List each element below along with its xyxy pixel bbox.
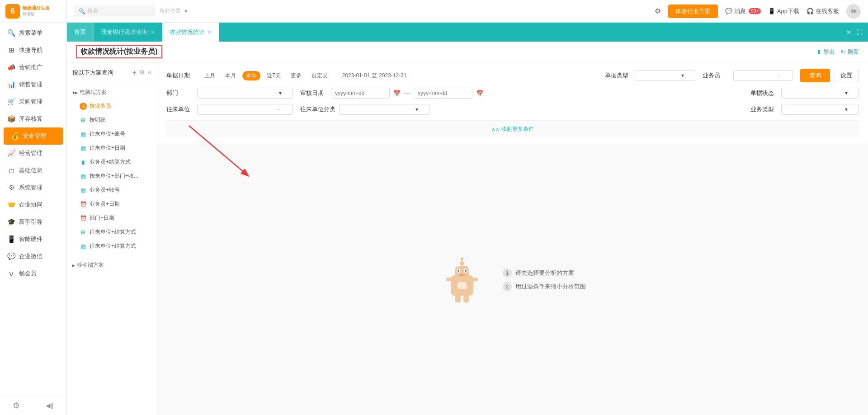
biz-type-filter: 业务类型 ▾ [750, 104, 859, 115]
collapse-sidebar-btn[interactable]: ◀‖ [46, 402, 54, 409]
audit-to-input[interactable] [414, 88, 472, 99]
sidebar-item-enterprise[interactable]: 🤝 企业协同 [0, 196, 66, 213]
add-plan-btn[interactable]: + [132, 69, 137, 77]
date-label: 单据日期 [166, 71, 193, 80]
svg-point-14 [460, 261, 464, 266]
date-shortcut-group: 上月 本月 本年 近7天 更多 自定义 [201, 71, 331, 80]
page-header: 收款情况统计(按业务员) ⬆ 导出 ↻ 刷新 [67, 42, 868, 62]
refresh-btn[interactable]: ↻ 刷新 [840, 48, 859, 56]
handshake-icon: 🤝 [7, 201, 15, 209]
tab-bank[interactable]: 现金银行流水查询 ✕ [94, 23, 162, 42]
sidebar-item-guide[interactable]: 🎓 新手引导 [0, 213, 66, 231]
topbar-search[interactable]: 🔍 搜索 [74, 5, 156, 17]
circle-icon: ⊙ [80, 103, 87, 110]
export-btn[interactable]: ⬆ 导出 [816, 48, 835, 56]
partner-filter: 往来单位 ··· [166, 104, 293, 115]
sidebar-item-operations[interactable]: 📈 经营管理 [0, 145, 66, 162]
shortcut-custom[interactable]: 自定义 [308, 71, 331, 80]
partner-category-select[interactable]: ▾ [339, 104, 429, 115]
table-icon-1: ▦ [80, 131, 87, 138]
plan-item-partner-payment2[interactable]: ▦ 往来单位+结算方式 [67, 239, 157, 253]
tab-close-collection[interactable]: ✕ [208, 29, 212, 35]
plan-item-salesperson-account[interactable]: ▦ 业务员+账号 [67, 183, 157, 197]
sidebar-item-wechat[interactable]: 💬 企业微信 [0, 248, 66, 265]
plan-item-detail[interactable]: ⊞ 按明细 [67, 113, 157, 127]
desktop-section-title[interactable]: ▾ 电脑端方案 [67, 86, 157, 99]
tab-home[interactable]: 首页 [67, 23, 94, 42]
empty-tips: 1 请先选择要分析的方案 2 用过滤条件来缩小分析范围 [503, 269, 586, 291]
tip-1: 1 请先选择要分析的方案 [503, 269, 586, 278]
tab-close-bank[interactable]: ✕ [151, 29, 155, 35]
system-icon: ⚙ [7, 184, 15, 192]
trial-btn[interactable]: 体验行业方案 [668, 5, 718, 18]
shortcut-this-year[interactable]: 本年 [242, 71, 260, 80]
chevron-down-dept: ▾ [279, 90, 282, 96]
wechat-icon: 💬 [7, 252, 15, 260]
plan-item-partner-dept[interactable]: ▦ 按来单位+部门+收... [67, 169, 157, 183]
plan-item-salesperson-payment[interactable]: ▮ 业务员+结算方式 [67, 155, 157, 169]
audit-from-input[interactable] [331, 88, 390, 99]
sidebar-item-quicknav[interactable]: ⊞ 快捷导航 [0, 42, 66, 59]
plan-item-dept-date[interactable]: ⏰ 部门+日期 [67, 211, 157, 225]
sidebar-item-hardware[interactable]: 📱 智能硬件 [0, 231, 66, 248]
tabbar-right: ✕ ⛶ [846, 29, 868, 36]
user-avatar[interactable]: Rit [846, 4, 861, 19]
salesperson-select[interactable]: ··· [733, 70, 793, 81]
collapse-panel-btn[interactable]: « [148, 69, 151, 77]
cart-icon: 🛒 [7, 98, 15, 106]
mobile-section-title[interactable]: ▸ 移动端方案 [67, 259, 157, 272]
section-arrow-icon: ▾ [72, 90, 78, 96]
doc-status-select[interactable]: ▾ [781, 88, 859, 99]
export-icon: ⬆ [816, 48, 821, 55]
plan-item-partner-date[interactable]: ▦ 往来单位+日期 [67, 141, 157, 155]
breadcrumb-area: 当前位置 [159, 7, 181, 15]
query-btn[interactable]: 查询 [800, 69, 830, 82]
shortcut-last7[interactable]: 近7天 [263, 71, 284, 80]
sidebar-item-member[interactable]: V 畅会员 [0, 265, 66, 282]
filter-actions: 查询 设置 [800, 69, 859, 82]
sidebar-item-inventory[interactable]: 📦 库存核算 [0, 110, 66, 127]
message-btn[interactable]: 💬 消息 99+ [725, 7, 761, 15]
topbar-actions: ⚙ 体验行业方案 💬 消息 99+ 📱 App下载 🎧 在线客服 Rit [655, 4, 861, 19]
collapse-bar[interactable]: ∧∧ 收起更多条件 [166, 120, 859, 137]
sidebar-item-system[interactable]: ⚙ 系统管理 [0, 179, 66, 196]
shortcut-prev-month[interactable]: 上月 [201, 71, 219, 80]
biz-type-label: 业务类型 [750, 105, 778, 113]
plan-settings-btn[interactable]: ⚙ [139, 69, 145, 77]
svg-rect-8 [459, 274, 465, 276]
finance-icon: 💰 [11, 132, 19, 140]
settings-btn[interactable]: 设置 [834, 69, 859, 82]
doc-status-label: 单据状态 [750, 89, 778, 97]
search-icon: 🔍 [7, 29, 15, 37]
close-window-icon[interactable]: ✕ [846, 29, 851, 36]
biz-type-select[interactable]: ▾ [781, 104, 859, 115]
sidebar-item-finance[interactable]: 💰 资金管理 [4, 127, 63, 145]
online-service-btn[interactable]: 🎧 在线客服 [807, 7, 839, 15]
settings-bottom-icon[interactable]: ⚙ [13, 401, 20, 410]
plan-item-salesperson[interactable]: ⊙ 按业务员 [67, 99, 157, 113]
partner-select[interactable]: ··· [197, 104, 293, 115]
logo-area: 6 畅捷通好生意 标准版 [0, 0, 66, 23]
topbar-gear-icon[interactable]: ⚙ [655, 7, 661, 15]
plan-item-partner-payment1[interactable]: ⊞ 往来单位+结算方式 [67, 225, 157, 239]
doc-type-select[interactable]: ▾ [636, 70, 695, 81]
expand-icon[interactable]: ⛶ [857, 29, 863, 36]
salesperson-filter: 业务员 ··· [703, 70, 793, 81]
sidebar-item-marketing[interactable]: 📣 营销推广 [0, 59, 66, 76]
plan-item-salesperson-date[interactable]: ⏰ 业务员+日期 [67, 197, 157, 211]
shortcut-this-month[interactable]: 本月 [222, 71, 240, 80]
dept-select[interactable]: ▾ [197, 88, 293, 99]
app-download-btn[interactable]: 📱 App下载 [768, 7, 799, 15]
tab-collection[interactable]: 收款情况统计 ✕ [162, 23, 219, 42]
sidebar-item-search[interactable]: 🔍 搜索菜单 [0, 24, 66, 42]
dept-filter: 部门 ▾ [166, 88, 293, 99]
message-badge: 99+ [749, 8, 761, 14]
guide-icon: 🎓 [7, 218, 15, 226]
sidebar-item-purchase[interactable]: 🛒 采购管理 [0, 93, 66, 110]
topbar-dropdown-icon[interactable]: ▾ [184, 8, 188, 14]
sidebar-item-sales[interactable]: 📊 销售管理 [0, 76, 66, 93]
left-panel-header: 按以下方案查询 + ⚙ « [67, 62, 157, 83]
shortcut-more[interactable]: 更多 [287, 71, 305, 80]
sidebar-item-basic[interactable]: 🗂 基础信息 [0, 162, 66, 179]
plan-item-partner-account[interactable]: ▦ 往来单位+账号 [67, 127, 157, 141]
